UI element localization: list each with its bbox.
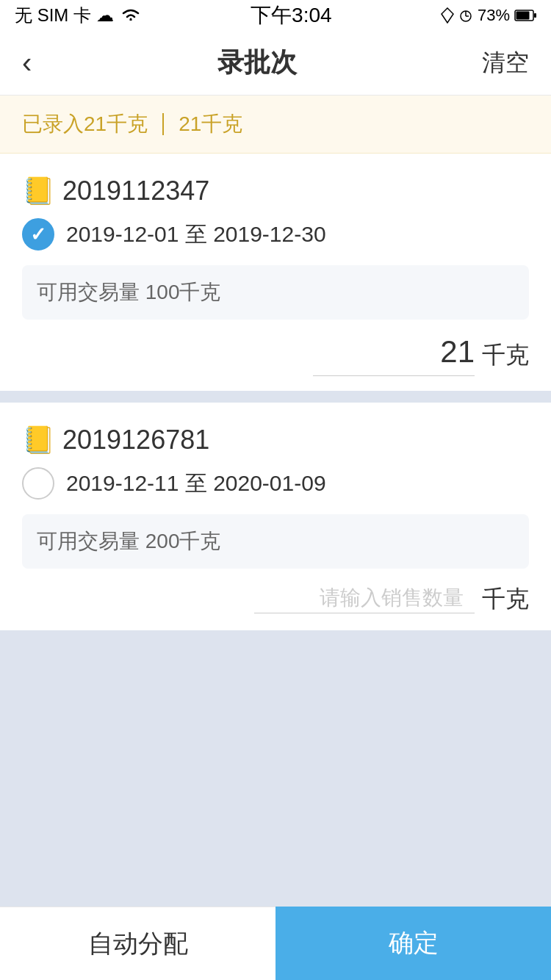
batch-1-id-row: 📒 2019112347 bbox=[22, 176, 529, 206]
batch-2-id-row: 📒 2019126781 bbox=[22, 425, 529, 455]
batch-2-amount-area[interactable]: 千克 bbox=[0, 569, 551, 616]
battery-icon bbox=[514, 9, 536, 22]
batch-2-section: 📒 2019126781 2019-12-11 至 2020-01-09 可用交… bbox=[0, 403, 551, 630]
batch-2-radio[interactable] bbox=[22, 467, 54, 500]
status-left: 无 SIM 卡 ☁ bbox=[15, 4, 142, 27]
total-amount: 21千克 bbox=[179, 110, 242, 138]
batch-1-amount: 21 bbox=[440, 334, 475, 369]
auto-distribute-button[interactable]: 自动分配 bbox=[0, 907, 276, 980]
status-time: 下午3:04 bbox=[251, 1, 332, 29]
batch-1-date: 2019-12-01 至 2019-12-30 bbox=[66, 220, 326, 250]
check-icon: ✓ bbox=[30, 223, 46, 246]
batch-1-available-qty: 可用交易量 100千克 bbox=[22, 265, 529, 320]
battery-percent: 73% bbox=[478, 6, 510, 25]
clear-button[interactable]: 清空 bbox=[482, 47, 529, 79]
info-banner: 已录入21千克 21千克 bbox=[0, 96, 551, 154]
batch-2-date-row[interactable]: 2019-12-11 至 2020-01-09 bbox=[22, 467, 529, 500]
svg-rect-4 bbox=[516, 12, 530, 20]
alarm-icon bbox=[458, 7, 473, 24]
batch-1-section: 📒 2019112347 ✓ 2019-12-01 至 2019-12-30 可… bbox=[0, 154, 551, 391]
batch-1-date-row[interactable]: ✓ 2019-12-01 至 2019-12-30 bbox=[22, 218, 529, 251]
info-divider bbox=[162, 113, 164, 135]
batch-1-inner: 📒 2019112347 ✓ 2019-12-01 至 2019-12-30 可… bbox=[0, 154, 551, 320]
batch-2-qty-input[interactable] bbox=[254, 586, 475, 610]
status-bar: 无 SIM 卡 ☁ 下午3:04 73% bbox=[0, 0, 551, 31]
batch-1-amount-area: 21 千克 bbox=[0, 320, 551, 376]
back-button[interactable]: ‹ bbox=[22, 46, 32, 79]
batch-1-amount-value: 21 bbox=[313, 334, 475, 376]
batch-2-available-qty: 可用交易量 200千克 bbox=[22, 514, 529, 569]
bottom-bar: 自动分配 确定 bbox=[0, 907, 551, 980]
location-icon bbox=[441, 7, 454, 24]
batch-2-unit: 千克 bbox=[482, 583, 529, 616]
input-underline bbox=[254, 613, 475, 613]
batch-2-date: 2019-12-11 至 2020-01-09 bbox=[66, 469, 326, 499]
svg-rect-5 bbox=[534, 13, 536, 18]
batch-2-inner: 📒 2019126781 2019-12-11 至 2020-01-09 可用交… bbox=[0, 403, 551, 569]
batch-1-id: 2019112347 bbox=[62, 176, 209, 206]
recorded-amount: 已录入21千克 bbox=[22, 110, 148, 138]
wifi-icon bbox=[120, 7, 142, 24]
batch-2-icon: 📒 bbox=[22, 425, 55, 455]
nav-bar: ‹ 录批次 清空 bbox=[0, 31, 551, 96]
section-divider bbox=[0, 391, 551, 403]
page-title: 录批次 bbox=[217, 45, 297, 81]
status-right: 73% bbox=[441, 6, 536, 25]
no-sim-label: 无 SIM 卡 ☁ bbox=[15, 4, 114, 27]
footer-background bbox=[0, 630, 551, 924]
batch-2-id: 2019126781 bbox=[62, 425, 209, 455]
batch-1-unit: 千克 bbox=[482, 339, 529, 372]
confirm-button[interactable]: 确定 bbox=[276, 907, 551, 980]
batch-1-icon: 📒 bbox=[22, 176, 55, 206]
batch-1-radio[interactable]: ✓ bbox=[22, 218, 54, 251]
